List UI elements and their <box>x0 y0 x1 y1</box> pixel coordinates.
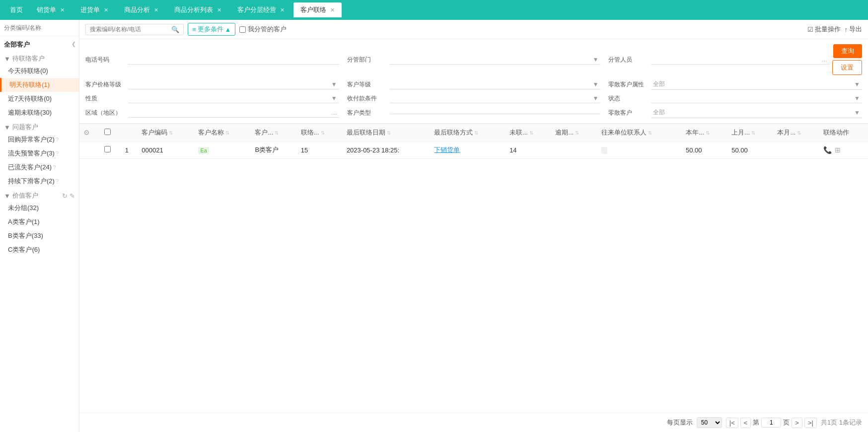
sort-this-month-icon[interactable]: ⇅ <box>797 130 801 136</box>
search-input[interactable] <box>90 26 169 33</box>
last-page-btn[interactable]: >| <box>804 418 817 428</box>
sidebar-item-declining[interactable]: 持续下滑客户(2) ? <box>0 174 79 188</box>
sort-uncontacted-icon[interactable]: ⇅ <box>529 130 533 136</box>
nav-tab-purchase[interactable]: 进货单 ✕ <box>73 2 115 17</box>
col-this-year: 本年... ⇅ <box>682 124 727 142</box>
reset-button[interactable]: 设置 <box>832 60 862 75</box>
sidebar-item-class-b[interactable]: B类客户(33) <box>0 229 79 243</box>
sidebar-item-churned[interactable]: 已流失客户(24) ? <box>0 160 79 174</box>
main-content: 🔍 ≡ 更多条件 ▲ 我分管的客户 ☑ 批量操作 ↑ 导出 <box>79 20 868 432</box>
my-customers-checkbox-wrap[interactable]: 我分管的客户 <box>239 25 287 34</box>
filter-retail-customer-select[interactable]: 全部 ▼ <box>651 107 862 118</box>
edit-icon[interactable]: ✎ <box>70 192 75 200</box>
filter-status-select[interactable]: ▼ <box>651 94 862 103</box>
sort-code-icon[interactable]: ⇅ <box>169 130 173 136</box>
query-button[interactable]: 查询 <box>833 44 862 58</box>
sort-name-icon[interactable]: ⇅ <box>225 130 229 136</box>
col-last-date: 最后联络日期 ⇅ <box>343 124 431 142</box>
help-icon-churn-warning: ? <box>56 150 59 156</box>
sidebar-item-abnormal[interactable]: 回购异常客户(2) ? <box>0 133 79 146</box>
filter-area-select[interactable]: … <box>128 108 339 118</box>
nav-tab-customer-tier[interactable]: 客户分层经营 ✕ <box>230 2 291 17</box>
table-settings-icon[interactable]: ⚙ <box>83 129 90 137</box>
sort-last-month-icon[interactable]: ⇅ <box>751 130 755 136</box>
filter-gender-select[interactable]: ▼ <box>128 94 339 103</box>
sidebar-item-ungrouped[interactable]: 未分组(32) <box>0 201 79 215</box>
retail-attr-chevron-icon: ▼ <box>854 81 860 88</box>
nav-home[interactable]: 首页 <box>5 2 28 17</box>
filter-price-level-select[interactable]: ▼ <box>128 80 339 89</box>
filter-btn[interactable]: ≡ 更多条件 ▲ <box>188 23 235 36</box>
col-overdue: 逾期... ⇅ <box>551 124 597 142</box>
table-row: 1 000021 Ea B类客户 15 2023-05-23 18:25: 下销… <box>79 142 868 159</box>
sort-overdue-icon[interactable]: ⇅ <box>575 130 579 136</box>
sort-unit-contact-icon[interactable]: ⇅ <box>648 130 652 136</box>
area-dots-icon[interactable]: … <box>331 109 337 116</box>
close-tab-purchase-icon[interactable]: ✕ <box>104 7 108 13</box>
nav-tab-analysis-list[interactable]: 商品分析列表 ✕ <box>167 2 228 17</box>
sidebar-item-7days[interactable]: 近7天待联络(0) <box>0 92 79 106</box>
help-icon-declining: ? <box>56 178 59 184</box>
per-page-select[interactable]: 50 100 200 <box>697 417 722 428</box>
filter-customer-level-select[interactable]: ▼ <box>390 80 601 89</box>
close-tab-customer-tier-icon[interactable]: ✕ <box>280 7 285 13</box>
nav-tab-sales[interactable]: 销货单 ✕ <box>30 2 72 17</box>
sidebar: 🔍 全部客户 《 ▼ 待联络客户 今天待联络(0) 明天待联络(1) 近7天待联… <box>0 20 79 432</box>
cell-name: Ea <box>194 142 251 159</box>
sidebar-item-today[interactable]: 今天待联络(0) <box>0 64 79 78</box>
search-icon[interactable]: 🔍 <box>171 26 179 33</box>
close-tab-analysis-icon[interactable]: ✕ <box>154 7 158 13</box>
sidebar-item-class-a[interactable]: A类客户(1) <box>0 215 79 229</box>
customers-table: ⚙ 客户编码 ⇅ <box>79 124 868 159</box>
sort-last-date-icon[interactable]: ⇅ <box>387 130 391 136</box>
filter-dept-select[interactable]: ▼ <box>390 55 601 65</box>
manager-dots-icon[interactable]: … <box>821 56 827 63</box>
my-customers-checkbox[interactable] <box>239 26 246 33</box>
filter-price-level-row: 客户价格等级 ▼ <box>85 79 339 90</box>
sort-this-year-icon[interactable]: ⇅ <box>706 130 710 136</box>
sidebar-item-overdue[interactable]: 逾期未联络(30) <box>0 106 79 120</box>
search-box: 🔍 <box>85 24 184 35</box>
toolbar-right: ☑ 批量操作 ↑ 导出 <box>807 25 863 34</box>
select-all-checkbox[interactable] <box>104 129 111 135</box>
sidebar-collapse-icon[interactable]: 《 <box>69 41 75 49</box>
prev-page-btn[interactable]: < <box>740 418 751 428</box>
col-unit-contact: 往来单位联系人 ⇅ <box>597 124 682 142</box>
next-page-btn[interactable]: > <box>792 418 802 428</box>
per-page-label: 每页显示 <box>667 418 693 427</box>
last-method-link[interactable]: 下销货单 <box>434 146 460 153</box>
sort-last-method-icon[interactable]: ⇅ <box>474 130 478 136</box>
row-checkbox[interactable] <box>104 146 111 152</box>
export-btn[interactable]: ↑ 导出 <box>845 25 863 34</box>
filter-icon: ≡ <box>192 26 196 33</box>
sort-contact-icon[interactable]: ⇅ <box>321 130 325 136</box>
cell-contact: 15 <box>297 142 343 159</box>
filter-dept-label: 分管部门 <box>347 56 387 64</box>
first-page-btn[interactable]: |< <box>726 418 738 428</box>
nav-tab-customer-contact[interactable]: 客户联络 ✕ <box>293 2 342 17</box>
refresh-icon[interactable]: ↻ <box>62 192 68 200</box>
close-tab-customer-contact-icon[interactable]: ✕ <box>330 7 335 13</box>
filter-manager-select[interactable]: … <box>651 55 829 65</box>
sidebar-item-class-c[interactable]: C类客户(6) <box>0 243 79 257</box>
filter-customer-type-select[interactable] <box>390 112 601 114</box>
sidebar-search-input[interactable] <box>4 24 78 31</box>
sidebar-item-tomorrow[interactable]: 明天待联络(1) <box>0 78 79 92</box>
page-input[interactable] <box>761 418 781 428</box>
grid-action-icon[interactable]: ⊞ <box>835 146 841 154</box>
sort-level-icon[interactable]: ⇅ <box>275 130 279 136</box>
close-tab-analysis-list-icon[interactable]: ✕ <box>217 7 221 13</box>
table-header-row: ⚙ 客户编码 ⇅ <box>79 124 868 142</box>
nav-tab-analysis[interactable]: 商品分析 ✕ <box>117 2 165 17</box>
phone-action-icon[interactable]: 📞 <box>823 146 832 154</box>
filter-retail-attr-label: 零散客户属性 <box>608 80 648 89</box>
close-tab-sales-icon[interactable]: ✕ <box>60 7 65 13</box>
sidebar-all-customers[interactable]: 全部客户 《 <box>0 36 79 51</box>
payment-chevron-icon: ▼ <box>592 95 598 102</box>
bulk-action-btn[interactable]: ☑ 批量操作 <box>807 25 841 34</box>
filter-area-row: 区域（地区） … <box>85 107 339 118</box>
filter-phone-input[interactable] <box>128 55 339 65</box>
sidebar-item-churn-warning[interactable]: 流失预警客户(3) ? <box>0 146 79 160</box>
filter-retail-attr-select[interactable]: 全部 ▼ <box>651 79 862 90</box>
filter-payment-select[interactable]: ▼ <box>390 94 601 103</box>
